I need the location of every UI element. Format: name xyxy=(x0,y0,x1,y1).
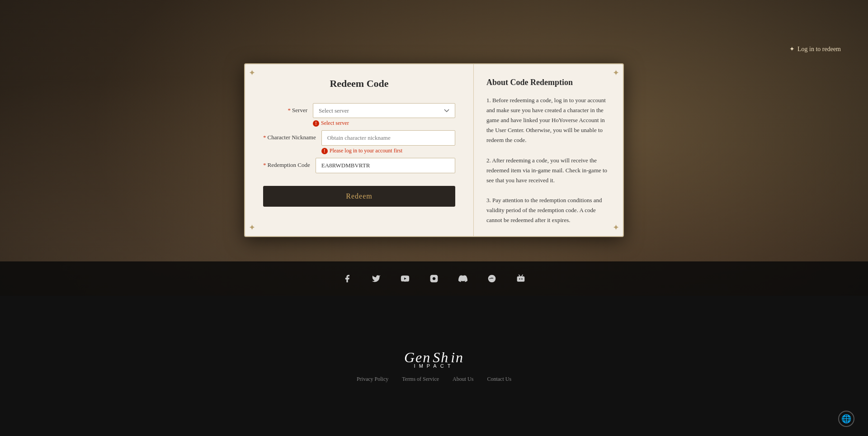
genshin-logo: Gen Sh in IMPACT xyxy=(404,349,464,369)
reddit-icon[interactable] xyxy=(484,270,500,287)
privacy-policy-link[interactable]: Privacy Policy xyxy=(357,376,388,383)
about-title: About Code Redemption xyxy=(486,78,610,87)
logo-impact-text: IMPACT xyxy=(414,363,454,369)
login-to-redeem-button[interactable]: ✦ Log in to redeem xyxy=(789,45,841,53)
character-nickname-input[interactable] xyxy=(321,130,455,146)
youtube-icon[interactable] xyxy=(397,270,413,287)
footer-bottom: Gen Sh in IMPACT Privacy Policy Terms of… xyxy=(0,296,868,436)
character-field-wrap: ! Please log in to your account first xyxy=(321,130,455,154)
discord-icon[interactable] xyxy=(455,270,471,287)
redeem-button[interactable]: Redeem xyxy=(263,186,455,207)
about-us-link[interactable]: About Us xyxy=(453,376,473,383)
contact-us-link[interactable]: Contact Us xyxy=(487,376,511,383)
svg-point-5 xyxy=(519,279,520,280)
server-error-icon: ! xyxy=(313,120,319,127)
redemption-required-star: * xyxy=(263,161,266,168)
terms-of-service-link[interactable]: Terms of Service xyxy=(402,376,439,383)
instagram-icon[interactable] xyxy=(426,270,442,287)
server-required-star: * xyxy=(288,107,291,114)
redemption-field-wrap xyxy=(316,158,455,173)
redeem-title: Redeem Code xyxy=(263,78,455,90)
redemption-code-input[interactable] xyxy=(316,158,455,173)
server-select[interactable]: Select server xyxy=(313,103,455,118)
character-label: *Character Nickname xyxy=(263,130,321,142)
social-footer xyxy=(0,261,868,296)
redeem-form-panel: Redeem Code *Server Select server ! Sele… xyxy=(245,64,474,236)
redemption-label: *Redemption Code xyxy=(263,158,316,169)
bilibili-icon[interactable] xyxy=(513,270,529,287)
redemption-code-row: *Redemption Code xyxy=(263,158,455,173)
about-text: 1. Before redeeming a code, log in to yo… xyxy=(486,95,610,236)
twitter-icon[interactable] xyxy=(368,270,384,287)
server-error: ! Select server xyxy=(313,120,455,127)
footer-links: Privacy Policy Terms of Service About Us… xyxy=(357,376,511,383)
character-error: ! Please log in to your account first xyxy=(321,147,455,154)
server-field-wrap: Select server ! Select server xyxy=(313,103,455,127)
server-row: *Server Select server ! Select server xyxy=(263,103,455,127)
server-label: *Server xyxy=(263,103,313,114)
redeem-modal: ✦ ✦ Redeem Code *Server Select server ! … xyxy=(244,63,624,237)
svg-rect-4 xyxy=(517,276,525,282)
corner-decoration-tr: ✦ xyxy=(613,68,619,78)
character-error-icon: ! xyxy=(321,148,328,154)
about-redemption-panel: About Code Redemption 1. Before redeemin… xyxy=(474,64,623,236)
facebook-icon[interactable] xyxy=(339,270,355,287)
character-required-star: * xyxy=(263,134,266,141)
character-row: *Character Nickname ! Please log in to y… xyxy=(263,130,455,154)
plus-icon: ✦ xyxy=(789,45,795,53)
svg-point-6 xyxy=(521,279,523,280)
language-globe-icon[interactable]: 🌐 xyxy=(838,411,854,427)
corner-decoration-bl: ✦ xyxy=(249,223,255,232)
